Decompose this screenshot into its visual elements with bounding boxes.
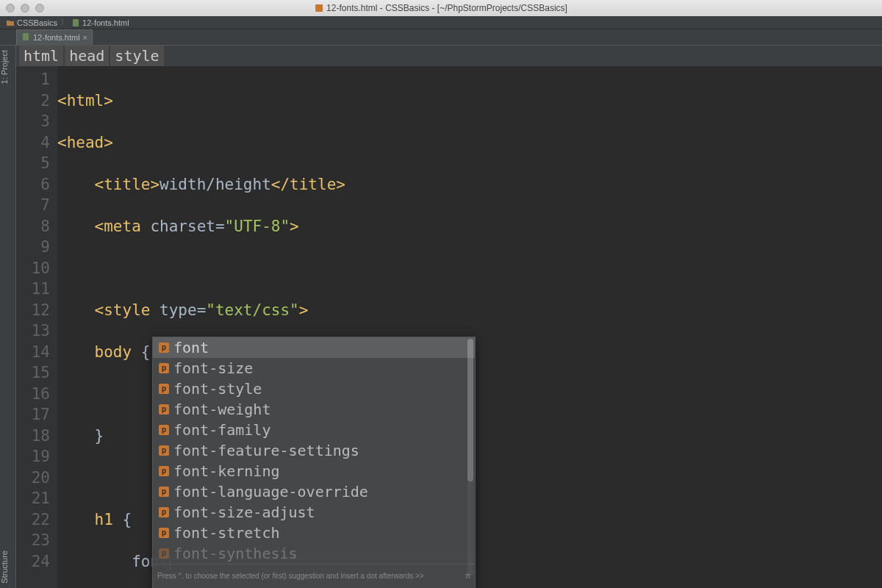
completion-item-label: font-size — [173, 358, 253, 379]
line-number: 15 — [16, 362, 50, 384]
property-icon: p — [159, 384, 169, 394]
completion-item[interactable]: pfont-family — [153, 420, 475, 440]
breadcrumb-item[interactable]: head — [65, 46, 109, 66]
window-title-text: 12-fonts.html - CSSBasics - [~/PhpStormP… — [326, 3, 567, 13]
line-number: 9 — [16, 237, 50, 258]
editor-tab[interactable]: 12-fonts.html × — [16, 29, 93, 45]
html-file-icon — [71, 18, 80, 27]
zoom-window-button[interactable] — [35, 4, 44, 12]
popup-scrollbar[interactable] — [467, 339, 473, 576]
completion-item-label: font-synthesis — [173, 543, 298, 564]
html-file-icon — [21, 32, 30, 43]
svg-rect-0 — [315, 4, 323, 12]
code-token: type= — [159, 301, 206, 319]
completion-item[interactable]: pfont-synthesis — [153, 543, 475, 564]
code-token: { — [141, 343, 151, 361]
completion-item-label: font-family — [173, 420, 270, 440]
code-token: charset= — [150, 218, 224, 235]
completion-item[interactable]: pfont-size-adjust — [153, 502, 475, 523]
completion-item[interactable]: pfont-stretch — [153, 523, 475, 543]
completion-item-label: font-kerning — [173, 461, 280, 481]
completion-item-label: font-feature-settings — [173, 440, 359, 461]
code-token: h1 — [57, 511, 123, 528]
completion-item-label: font-language-override — [173, 481, 368, 502]
completion-item-label: font-size-adjust — [173, 502, 315, 523]
completion-item[interactable]: pfont-style — [153, 379, 475, 399]
property-icon: p — [159, 507, 169, 517]
editor-tab-label: 12-fonts.html — [33, 33, 80, 42]
code-token: <head> — [57, 134, 113, 151]
project-tool-button[interactable]: 1: Project — [0, 46, 15, 88]
property-icon: p — [159, 466, 169, 476]
property-icon: p — [159, 425, 169, 435]
completion-item[interactable]: pfont-language-override — [153, 481, 475, 502]
breadcrumb-item[interactable]: style — [110, 46, 163, 66]
line-number: 3 — [16, 111, 50, 132]
line-number: 24 — [16, 551, 50, 573]
line-number-gutter: 123456789101112131415161718192021222324 — [16, 66, 57, 588]
line-number: 19 — [16, 446, 50, 467]
line-number: 4 — [16, 132, 50, 154]
line-number: 7 — [16, 195, 50, 216]
line-number: 23 — [16, 530, 50, 551]
code-token: <meta — [57, 218, 150, 235]
completion-item-label: font-stretch — [173, 523, 280, 543]
line-number: 16 — [16, 384, 50, 405]
code-token: </title> — [271, 176, 345, 193]
property-icon: p — [159, 404, 169, 415]
tool-window-bar: 1: Project Structure — [0, 46, 16, 588]
completion-hint: Press ^. to choose the selected (or firs… — [153, 564, 475, 588]
completion-item[interactable]: pfont — [153, 337, 475, 358]
completion-item[interactable]: pfont-size — [153, 358, 475, 379]
editor-tab-bar: 12-fonts.html × — [0, 29, 882, 46]
completion-item[interactable]: pfont-kerning — [153, 461, 475, 481]
code-token: <style — [57, 301, 159, 319]
code-completion-popup[interactable]: pfontpfont-sizepfont-stylepfont-weightpf… — [152, 337, 476, 588]
popup-scrollbar-thumb[interactable] — [467, 339, 473, 481]
property-icon: p — [159, 528, 169, 538]
breadcrumb-item[interactable]: html — [19, 46, 63, 66]
nav-file[interactable]: 12-fonts.html — [71, 18, 129, 27]
property-icon: p — [159, 548, 169, 559]
editor-area: html head style 123456789101112131415161… — [16, 46, 882, 588]
folder-icon — [6, 18, 15, 27]
line-number: 12 — [16, 300, 50, 321]
nav-project[interactable]: CSSBasics — [6, 18, 57, 27]
line-number: 8 — [16, 216, 50, 237]
code-token: width/height — [159, 176, 271, 193]
svg-rect-2 — [23, 33, 29, 40]
window-title-bar: 12-fonts.html - CSSBasics - [~/PhpStormP… — [0, 0, 882, 16]
completion-item[interactable]: pfont-weight — [153, 399, 475, 420]
line-number: 21 — [16, 488, 50, 509]
line-number: 6 — [16, 174, 50, 196]
code-token: } — [57, 427, 104, 445]
chevron-right-icon: 〉 — [60, 17, 68, 28]
nav-project-label: CSSBasics — [17, 18, 57, 27]
line-number: 17 — [16, 404, 50, 426]
property-icon: p — [159, 363, 169, 373]
line-number: 5 — [16, 153, 50, 174]
property-icon: p — [159, 445, 169, 456]
line-number: 11 — [16, 279, 50, 300]
window-title: 12-fonts.html - CSSBasics - [~/PhpStormP… — [315, 3, 567, 13]
code-token: > — [299, 301, 309, 319]
line-number: 1 — [16, 69, 50, 90]
line-number: 10 — [16, 258, 50, 279]
completion-item-label: font-weight — [173, 399, 270, 420]
line-number: 2 — [16, 90, 50, 112]
close-tab-button[interactable]: × — [83, 33, 87, 42]
code-editor[interactable]: 123456789101112131415161718192021222324 … — [16, 66, 882, 588]
property-icon: p — [159, 487, 169, 497]
property-icon: p — [159, 343, 169, 353]
completion-item[interactable]: pfont-feature-settings — [153, 440, 475, 461]
close-window-button[interactable] — [6, 4, 15, 12]
code-token: { — [123, 511, 132, 528]
code-token: "UTF-8" — [225, 218, 290, 235]
minimize-window-button[interactable] — [21, 4, 29, 12]
line-number: 13 — [16, 320, 50, 342]
code-token: <html> — [57, 92, 113, 110]
traffic-lights — [6, 4, 44, 12]
completion-item-label: font — [173, 337, 209, 358]
line-number: 18 — [16, 426, 50, 447]
structure-tool-button[interactable]: Structure — [0, 546, 15, 588]
